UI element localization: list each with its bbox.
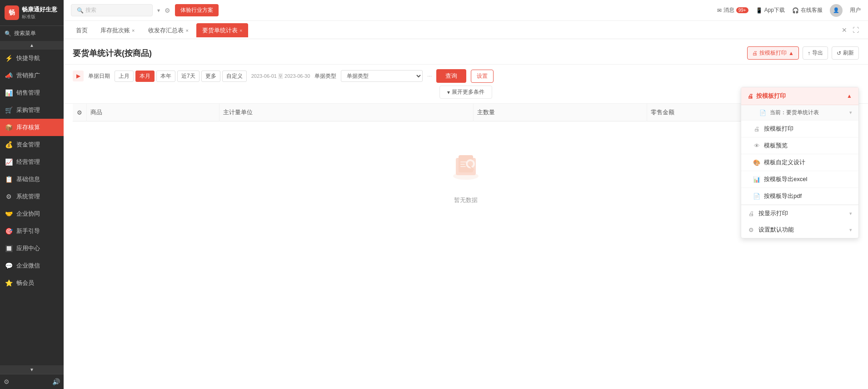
tab-inventory-batch-close[interactable]: × (132, 28, 135, 33)
tab-inventory-batch-label: 库存批次账 (100, 26, 130, 35)
filter-more-dots[interactable]: ··· (427, 73, 432, 79)
finance-icon: 💰 (5, 141, 13, 148)
sidebar-item-enterprise-wechat[interactable]: 💬 企业微信 (0, 257, 64, 274)
query-button[interactable]: 查询 (436, 69, 466, 83)
expand-icon: ▾ (447, 89, 450, 96)
sidebar-item-label-quick-nav: 快捷导航 (16, 54, 40, 62)
messages-badge: 99+ (736, 7, 748, 13)
tab-order-stats-label: 要货单统计表 (202, 26, 238, 35)
tab-order-stats-close[interactable]: × (239, 28, 242, 33)
date-btn-this-month[interactable]: 本月 (135, 71, 155, 82)
dropdown-item-export-pdf[interactable]: 📄 按模板导出pdf (741, 188, 858, 205)
expand-more-filters[interactable]: ▾ 展开更多条件 (439, 86, 492, 99)
sidebar-scroll-up[interactable]: ▲ (0, 41, 64, 50)
sidebar-item-finance[interactable]: 💰 资金管理 (0, 136, 64, 153)
tab-collection-summary[interactable]: 收发存汇总表 × (142, 23, 194, 37)
topbar-cta-button[interactable]: 体验行业方案 (175, 4, 219, 16)
date-btn-this-year[interactable]: 本年 (156, 71, 175, 82)
dropdown-header[interactable]: 🖨 按模板打印 ▲ (741, 87, 858, 105)
template-design-item-label: 模板自定义设计 (764, 158, 805, 167)
export-pdf-item-label: 按模板导出pdf (764, 192, 802, 200)
dropdown-item-template-design-left: 🎨 模板自定义设计 (753, 158, 805, 167)
sidebar-item-label-inventory: 库存核算 (16, 123, 40, 131)
sidebar-item-inventory[interactable]: 📦 库存核算 (0, 119, 64, 136)
dropdown-set-default[interactable]: ⚙ 设置默认功能 ▾ (741, 222, 858, 238)
printer-icon: 🖨 (752, 50, 758, 56)
export-button[interactable]: ↑ 导出 (803, 46, 828, 60)
sidebar-item-purchase[interactable]: 🛒 采购管理 (0, 101, 64, 119)
sidebar-item-guide[interactable]: 🎯 新手引导 (0, 222, 64, 240)
sidebar-item-app-center[interactable]: 🔲 应用中心 (0, 240, 64, 257)
dropdown-menu: 🖨 按模板打印 ▲ 📄 当前：要货单统计表 ▾ 🖨 按模板打印 (741, 87, 859, 238)
dropdown-header-label: 按模板打印 (756, 92, 786, 100)
dropdown-item-template-design[interactable]: 🎨 模板自定义设计 (741, 154, 858, 171)
date-btn-last-month[interactable]: 上月 (115, 71, 134, 82)
messages-button[interactable]: ✉ 消息 99+ (717, 6, 748, 14)
sidebar-item-marketing[interactable]: 📣 营销推广 (0, 67, 64, 84)
app-download-button[interactable]: 📱 App下载 (756, 6, 785, 14)
sidebar-item-enterprise[interactable]: 🤝 企业协同 (0, 205, 64, 222)
filter-expand-arrow[interactable]: ▶ (73, 71, 84, 81)
sidebar-item-sales[interactable]: 📊 销售管理 (0, 84, 64, 101)
sidebar-item-basic-info[interactable]: 📋 基础信息 (0, 171, 64, 188)
svg-point-4 (468, 161, 473, 167)
user-avatar[interactable]: 👤 (830, 4, 843, 17)
svg-rect-8 (460, 166, 466, 167)
tab-close-all-button[interactable]: ✕ (840, 25, 849, 35)
date-btn-custom[interactable]: 自定义 (222, 71, 247, 82)
date-btn-more[interactable]: 更多 (201, 71, 220, 82)
sidebar-item-membership[interactable]: ⭐ 畅会员 (0, 274, 64, 292)
dropdown-display-print-left: 🖨 按显示打印 (748, 209, 788, 217)
dropdown-item-export-excel[interactable]: 📊 按模板导出excel (741, 171, 858, 188)
sidebar-nav: ⚡ 快捷导航 📣 营销推广 📊 销售管理 🛒 采购管理 📦 库存核算 💰 资金管… (0, 50, 64, 365)
sidebar-item-system[interactable]: ⚙ 系统管理 (0, 188, 64, 205)
settings-button[interactable]: 设置 (471, 70, 494, 83)
topbar-gear-icon[interactable]: ⚙ (165, 7, 170, 14)
page-actions: 🖨 按模板打印 ▲ ↑ 导出 ↺ 刷新 (747, 46, 859, 60)
dropdown-current-icon: 📄 (759, 110, 766, 116)
display-print-label: 按显示打印 (758, 209, 788, 217)
dropdown-item-template-preview[interactable]: 👁 模板预览 (741, 137, 858, 154)
volume-icon[interactable]: 🔊 (52, 378, 60, 385)
topbar-search-placeholder: 搜索 (85, 6, 96, 14)
app-name-block: 畅康通好生意 标准版 (22, 6, 57, 20)
tab-home[interactable]: 首页 (71, 23, 93, 37)
dropdown-current-item[interactable]: 📄 当前：要货单统计表 ▾ (741, 105, 858, 121)
export-excel-item-icon: 📊 (753, 176, 760, 183)
sidebar-item-quick-nav[interactable]: ⚡ 快捷导航 (0, 50, 64, 67)
tab-expand-button[interactable]: ⛶ (851, 25, 861, 35)
sidebar-item-operations[interactable]: 📈 经营管理 (0, 153, 64, 171)
tab-inventory-batch[interactable]: 库存批次账 × (95, 23, 140, 37)
page-content: 要货单统计表(按商品) 🖨 按模板打印 ▲ ↑ 导出 ↺ 刷新 (64, 39, 868, 389)
topbar-search[interactable]: 🔍 搜索 (71, 4, 153, 16)
table-col-gear[interactable]: ⚙ (73, 104, 86, 121)
sidebar-scroll-down[interactable]: ▼ (0, 365, 64, 374)
dropdown-set-default-left: ⚙ 设置默认功能 (748, 226, 794, 234)
doc-type-select[interactable]: 单据类型 (341, 70, 423, 82)
settings-icon[interactable]: ⚙ (4, 378, 10, 385)
dropdown-display-print[interactable]: 🖨 按显示打印 ▾ (741, 205, 858, 222)
tab-collection-summary-close[interactable]: × (185, 28, 188, 33)
online-service-button[interactable]: 🎧 在线客服 (792, 6, 823, 14)
refresh-button[interactable]: ↺ 刷新 (832, 46, 859, 60)
sidebar-item-label-app-center: 应用中心 (16, 244, 40, 253)
app-edition: 标准版 (22, 14, 57, 20)
tab-order-stats[interactable]: 要货单统计表 × (196, 23, 248, 37)
sidebar-item-label-finance: 资金管理 (16, 141, 40, 149)
topbar-dropdown-arrow[interactable]: ▾ (157, 7, 160, 14)
dropdown-item-export-pdf-left: 📄 按模板导出pdf (753, 192, 802, 200)
guide-icon: 🎯 (5, 227, 13, 235)
inventory-icon: 📦 (5, 124, 13, 131)
dropdown-item-template-print[interactable]: 🖨 按模板打印 (741, 121, 858, 137)
date-btn-7days[interactable]: 近7天 (177, 71, 200, 82)
sidebar-search[interactable]: 🔍 搜索菜单 (0, 26, 64, 41)
filter-row: ▶ 单据日期 上月 本月 本年 近7天 更多 自定义 2023-06-01 至 … (73, 69, 859, 83)
expand-label: 展开更多条件 (452, 88, 484, 96)
quick-nav-icon: ⚡ (5, 55, 13, 62)
template-print-button[interactable]: 🖨 按模板打印 ▲ (747, 46, 799, 60)
user-name[interactable]: 用户 (850, 6, 861, 14)
app-download-icon: 📱 (756, 7, 763, 14)
marketing-icon: 📣 (5, 72, 13, 79)
tab-home-label: 首页 (76, 26, 88, 35)
sidebar-item-label-purchase: 采购管理 (16, 106, 40, 114)
